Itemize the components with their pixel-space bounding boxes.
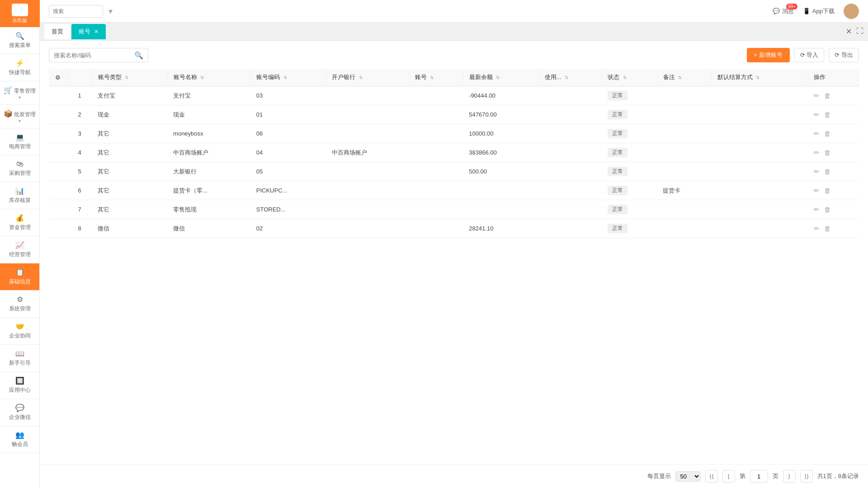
nav-label-search-menu: 搜索菜单	[9, 42, 31, 49]
nav-label-app-center: 应用中心	[9, 386, 31, 394]
row-bank-1	[326, 86, 410, 105]
row-settlement-3	[712, 124, 808, 143]
last-page-button[interactable]: ⟩⟩	[800, 470, 813, 483]
page-size-label: 每页显示	[647, 472, 671, 480]
sidebar-item-finance[interactable]: 💰 资金管理	[0, 209, 39, 236]
notification-button[interactable]: 💬 消息 99+	[773, 7, 794, 15]
sidebar-item-biz-wechat[interactable]: 💬 企业微信	[0, 399, 39, 426]
table-row: 8 微信 微信 02 28241.10 正常 ✏ 🗑	[49, 219, 859, 238]
usage-col-header[interactable]: 使用... ⇅	[539, 69, 602, 86]
row-account-code-1: 03	[251, 86, 326, 105]
delete-icon-8[interactable]: 🗑	[824, 225, 831, 233]
first-page-button[interactable]: ⟨⟨	[705, 470, 718, 483]
page-unit-label: 页	[773, 472, 778, 480]
next-page-button[interactable]: ⟩	[783, 470, 796, 483]
delete-icon-2[interactable]: 🗑	[824, 111, 831, 119]
page-size-select[interactable]: 50 100 200	[675, 471, 701, 482]
row-num-6: 6	[67, 181, 92, 200]
edit-icon-3[interactable]: ✏	[814, 130, 820, 138]
tab-accounts[interactable]: 账号 ✕	[71, 24, 106, 39]
export-button[interactable]: ⟳ 导出	[829, 48, 859, 62]
delete-icon-7[interactable]: 🗑	[824, 206, 831, 214]
account-name-col-header[interactable]: 账号名称 ⇅	[168, 69, 251, 86]
toolbar-actions: + 新增账号 ⟳ 导入 ⟳ 导出	[747, 48, 859, 62]
bank-col-header[interactable]: 开户银行 ⇅	[326, 69, 410, 86]
toolbar: 🔍 + 新增账号 ⟳ 导入 ⟳ 导出	[49, 48, 859, 62]
table-row: 6 其它 提货卡（零... PICKUPC... 正常 提货卡 ✏ 🗑	[49, 181, 859, 200]
row-status-4: 正常	[602, 143, 657, 162]
edit-icon-2[interactable]: ✏	[814, 111, 820, 119]
page-number-input[interactable]	[750, 470, 768, 483]
account-no-col-header[interactable]: 账号 ⇅	[409, 69, 463, 86]
app-download-button[interactable]: 📱 App下载	[803, 7, 835, 15]
dropdown-icon[interactable]: ▾	[108, 6, 113, 16]
row-usage-1	[539, 86, 602, 105]
row-num-5: 5	[67, 162, 92, 181]
delete-icon-5[interactable]: 🗑	[824, 168, 831, 176]
balance-col-header[interactable]: 最新余额 ⇅	[463, 69, 539, 86]
close-tab-action[interactable]: ✕	[846, 27, 852, 36]
edit-icon-4[interactable]: ✏	[814, 149, 820, 157]
settings-col-header[interactable]: ⚙	[49, 69, 67, 86]
row-account-code-6: PICKUPC...	[251, 181, 326, 200]
row-settlement-7	[712, 200, 808, 219]
sidebar-item-quick-nav[interactable]: ⚡ 快捷导航	[0, 54, 39, 81]
row-actions-2: ✏ 🗑	[808, 105, 859, 124]
row-num-3: 3	[67, 124, 92, 143]
edit-icon-1[interactable]: ✏	[814, 92, 820, 100]
avatar[interactable]	[844, 4, 859, 19]
notification-icon: 💬	[773, 8, 780, 14]
row-account-name-4: 中百商场账户	[168, 143, 251, 162]
delete-icon-4[interactable]: 🗑	[824, 149, 831, 157]
edit-icon-6[interactable]: ✏	[814, 187, 820, 195]
sidebar-item-purchase-mgmt[interactable]: 🛍 采购管理	[0, 155, 39, 182]
edit-icon-8[interactable]: ✏	[814, 225, 820, 233]
row-account-type-4: 其它	[92, 143, 168, 162]
top-search-input[interactable]	[49, 5, 103, 18]
actions-col-header: 操作	[808, 69, 859, 86]
tab-home[interactable]: 首页	[44, 24, 71, 39]
sidebar-item-app-center[interactable]: 🔲 应用中心	[0, 372, 39, 399]
nav-icon-ops-mgmt: 📈	[15, 241, 24, 249]
search-input[interactable]	[54, 52, 134, 59]
expand-tab-action[interactable]: ⛶	[856, 27, 863, 36]
edit-icon-5[interactable]: ✏	[814, 168, 820, 176]
nav-label-biz-wechat: 企业微信	[9, 413, 31, 421]
default-settlement-col-header[interactable]: 默认结算方式 ⇅	[712, 69, 808, 86]
rownum-col-header	[67, 69, 92, 86]
sidebar-item-ops-mgmt[interactable]: 📈 经营管理	[0, 236, 39, 263]
nav-icon-inventory: 📊	[15, 187, 24, 195]
sidebar-item-sys-mgmt[interactable]: ⚙ 系统管理	[0, 291, 39, 318]
delete-icon-3[interactable]: 🗑	[824, 130, 831, 138]
nav-label-retail-mgmt: 零售管理	[14, 88, 36, 94]
edit-icon-7[interactable]: ✏	[814, 206, 820, 214]
sidebar-item-retail-mgmt[interactable]: 🛒 零售管理 ▾	[0, 81, 39, 105]
row-settlement-5	[712, 162, 808, 181]
sidebar-item-inventory[interactable]: 📊 库存核算	[0, 182, 39, 209]
row-settlement-4	[712, 143, 808, 162]
sidebar-item-ecom-mgmt[interactable]: 💻 电商管理	[0, 128, 39, 155]
logo-icon	[12, 4, 28, 16]
row-actions-5: ✏ 🗑	[808, 162, 859, 181]
sidebar-item-search-menu[interactable]: 🔍 搜索菜单	[0, 27, 39, 54]
delete-icon-6[interactable]: 🗑	[824, 187, 831, 195]
tab-accounts-close[interactable]: ✕	[94, 28, 99, 35]
delete-icon-1[interactable]: 🗑	[824, 92, 831, 100]
add-account-button[interactable]: + 新增账号	[747, 48, 790, 62]
row-settlement-2	[712, 105, 808, 124]
sidebar-item-batch-mgmt[interactable]: 📦 批发管理 ▾	[0, 105, 39, 128]
row-account-no-5	[409, 162, 463, 181]
nav-label-finance: 资金管理	[9, 224, 31, 231]
account-code-col-header[interactable]: 账号编码 ⇅	[251, 69, 326, 86]
account-type-col-header[interactable]: 账号类型 ⇅	[92, 69, 168, 86]
search-icon[interactable]: 🔍	[134, 51, 143, 60]
remark-col-header[interactable]: 备注 ⇅	[657, 69, 712, 86]
sidebar-item-guide[interactable]: 📖 新手引导	[0, 345, 39, 372]
prev-page-button[interactable]: ⟨	[722, 470, 735, 483]
sidebar-item-basic-info[interactable]: 📋 基础信息	[0, 263, 39, 291]
import-button[interactable]: ⟳ 导入	[794, 48, 825, 62]
search-box[interactable]: 🔍	[49, 48, 148, 62]
status-col-header[interactable]: 状态 ⇅	[602, 69, 657, 86]
sidebar-item-members[interactable]: 👥 畅会员	[0, 426, 39, 453]
sidebar-item-biz-agreement[interactable]: 🤝 企业协同	[0, 318, 39, 345]
